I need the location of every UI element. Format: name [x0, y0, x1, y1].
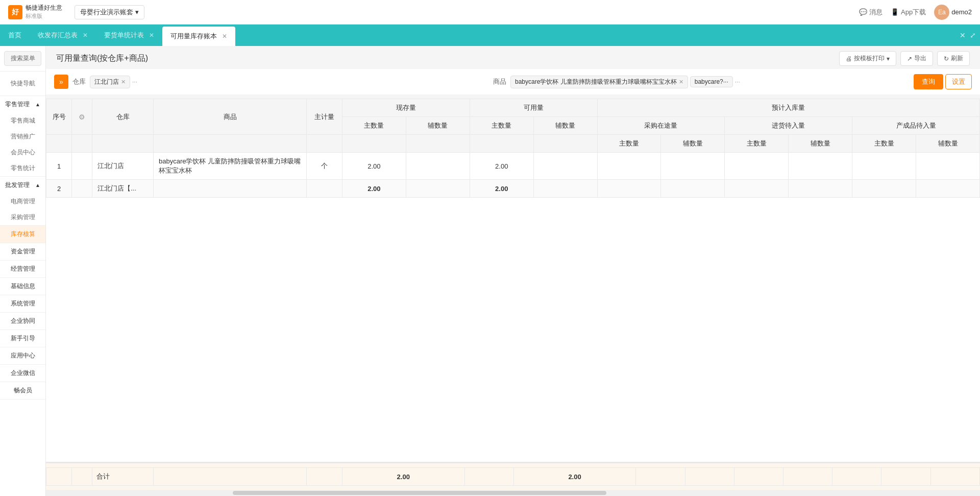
col-pur-transit: 采购在途量: [597, 117, 725, 135]
filter-toggle-btn[interactable]: »: [54, 75, 68, 89]
export-btn[interactable]: ↗ 导出: [900, 51, 933, 66]
chevron-print-icon: ▾: [887, 55, 890, 62]
col-available: 可用量: [470, 99, 597, 117]
retail-chevron: ▲: [35, 102, 40, 107]
sidebar-item-ecommerce[interactable]: 电商管理: [0, 194, 45, 209]
sidebar-item-member[interactable]: 会员中心: [0, 145, 45, 160]
row-2-stock-aux: [406, 180, 470, 198]
refresh-btn[interactable]: ↻ 刷新: [937, 51, 970, 66]
sidebar-item-inventory[interactable]: 库存核算: [0, 226, 45, 243]
row-2-settings: [72, 180, 92, 198]
subheader-empty-1: [46, 135, 72, 153]
row-1-pur-main: [597, 153, 661, 180]
sidebar-item-wechat[interactable]: 企业微信: [0, 365, 45, 382]
row-2-fin-aux: [916, 180, 980, 198]
wholesale-label: 批发管理: [5, 181, 30, 190]
tab-receive[interactable]: 收发存汇总表 ✕: [30, 25, 96, 46]
product-tag-1-remove[interactable]: ✕: [679, 79, 683, 85]
message-action[interactable]: 💬 消息: [859, 8, 883, 17]
sidebar-item-retail-store[interactable]: 零售商城: [0, 113, 45, 129]
industry-label: 母婴行业演示账套: [80, 8, 133, 17]
product-tag-1-value: babycare学饮杯 儿童防摔防撞吸管杯重力球吸嘴杯宝宝水杯: [515, 78, 677, 86]
footer-label: 合计: [92, 468, 154, 486]
settings-icon[interactable]: ⚙: [79, 113, 85, 121]
tab-bar: 首页 收发存汇总表 ✕ 要货单统计表 ✕ 可用量库存账本 ✕ ✕ ⤢: [0, 25, 980, 46]
print-btn[interactable]: 🖨 按模板打印 ▾: [839, 51, 896, 66]
sidebar-item-vip[interactable]: 畅会员: [0, 382, 45, 399]
avatar: Ea: [934, 5, 949, 20]
tab-receive-close[interactable]: ✕: [83, 32, 88, 39]
product-more[interactable]: ···: [735, 78, 740, 85]
row-1-warehouse: 江北门店: [92, 153, 154, 180]
app-download-action[interactable]: 📱 App下载: [891, 8, 926, 17]
toggle-icon: »: [59, 78, 63, 86]
table-footer: 合计 2.00 2.00: [46, 462, 980, 496]
app-icon: 📱: [891, 8, 899, 16]
warehouse-tag-remove[interactable]: ✕: [121, 79, 126, 85]
main-layout: 搜索菜单 快捷导航 零售管理 ▲ 零售商城 营销推广 会员中心 零售统计 批发管…: [0, 46, 980, 496]
expand-window-btn[interactable]: ⤢: [970, 31, 976, 39]
sidebar-item-marketing[interactable]: 营销推广: [0, 129, 45, 145]
export-icon: ↗: [907, 55, 912, 62]
tab-avail-close[interactable]: ✕: [222, 33, 227, 40]
row-1-inc-aux: [789, 153, 852, 180]
tab-window-controls: ✕ ⤢: [955, 25, 980, 46]
col-stock-aux: 辅数量: [406, 117, 470, 135]
warehouse-tag[interactable]: 江北门店 ✕: [90, 76, 130, 88]
scrollbar[interactable]: [46, 490, 980, 496]
product-tag-1[interactable]: babycare学饮杯 儿童防摔防撞吸管杯重力球吸嘴杯宝宝水杯 ✕: [510, 76, 688, 88]
message-icon: 💬: [859, 8, 867, 16]
sidebar-item-system[interactable]: 系统管理: [0, 295, 45, 313]
row-1-avail-aux: [533, 153, 597, 180]
subheader-empty-3: [92, 135, 154, 153]
subheader-empty-9: [533, 135, 597, 153]
row-1-unit: 个: [307, 153, 342, 180]
content-area: 可用量查询(按仓库+商品) 🖨 按模板打印 ▾ ↗ 导出 ↻ 刷新: [46, 46, 980, 496]
product-tag-2[interactable]: babycare?···: [690, 76, 733, 87]
row-1-product: babycare学饮杯 儿童防摔防撞吸管杯重力球吸嘴杯宝宝水杯: [154, 153, 307, 180]
tab-avail-inventory[interactable]: 可用量库存账本 ✕: [162, 27, 235, 46]
sidebar-item-retail-stat[interactable]: 零售统计: [0, 160, 45, 176]
row-2-fin-main: [852, 180, 916, 198]
row-1-fin-main: [852, 153, 916, 180]
sidebar-item-collab[interactable]: 企业协同: [0, 313, 45, 330]
setting-btn[interactable]: 设置: [945, 74, 972, 89]
chevron-down-icon: ▾: [135, 8, 139, 16]
tab-order-stat-close[interactable]: ✕: [149, 32, 154, 39]
row-2-index: 2: [46, 180, 72, 198]
subheader-pur-aux: 辅数量: [661, 135, 725, 153]
col-warehouse: 仓库: [92, 99, 154, 135]
sidebar-item-operations[interactable]: 经营管理: [0, 261, 45, 278]
sidebar-group-wholesale: 批发管理 ▲ 电商管理 采购管理: [0, 177, 45, 226]
col-product: 商品: [154, 99, 307, 135]
sidebar-group-retail-title[interactable]: 零售管理 ▲: [0, 96, 45, 113]
sidebar-item-quick-nav[interactable]: 快捷导航: [2, 75, 43, 92]
row-1-index: 1: [46, 153, 72, 180]
tab-home[interactable]: 首页: [0, 25, 30, 46]
col-avail-aux: 辅数量: [533, 117, 597, 135]
sidebar-group-retail: 零售管理 ▲ 零售商城 营销推广 会员中心 零售统计: [0, 96, 45, 177]
filter-more-icon[interactable]: ···: [132, 78, 137, 85]
sidebar-item-newbie[interactable]: 新手引导: [0, 330, 45, 347]
industry-selector[interactable]: 母婴行业演示账套 ▾: [75, 5, 144, 19]
row-1-pur-aux: [661, 153, 725, 180]
search-menu-btn[interactable]: 搜索菜单: [4, 51, 41, 66]
query-btn[interactable]: 查询: [914, 74, 943, 89]
sidebar-item-finance[interactable]: 资金管理: [0, 243, 45, 261]
row-2-warehouse: 江北门店【...: [92, 180, 154, 198]
sidebar-group-wholesale-title[interactable]: 批发管理 ▲: [0, 177, 45, 194]
row-1-settings: [72, 153, 92, 180]
product-filter-label: 商品: [493, 77, 506, 86]
top-bar-left: 好 畅捷通好生意 标准版 母婴行业演示账套 ▾: [8, 4, 144, 20]
refresh-label: 刷新: [951, 54, 963, 63]
user-area[interactable]: Ea demo2: [934, 5, 972, 20]
subheader-empty-8: [470, 135, 533, 153]
sidebar-item-purchase[interactable]: 采购管理: [0, 209, 45, 225]
export-label: 导出: [914, 54, 926, 63]
sidebar-item-basic[interactable]: 基础信息: [0, 278, 45, 295]
tab-order-stat[interactable]: 要货单统计表 ✕: [96, 25, 162, 46]
sidebar-item-appstore[interactable]: 应用中心: [0, 347, 45, 365]
wholesale-chevron: ▲: [35, 182, 40, 188]
close-window-btn[interactable]: ✕: [960, 31, 966, 39]
logo-area: 好 畅捷通好生意 标准版: [8, 4, 62, 20]
